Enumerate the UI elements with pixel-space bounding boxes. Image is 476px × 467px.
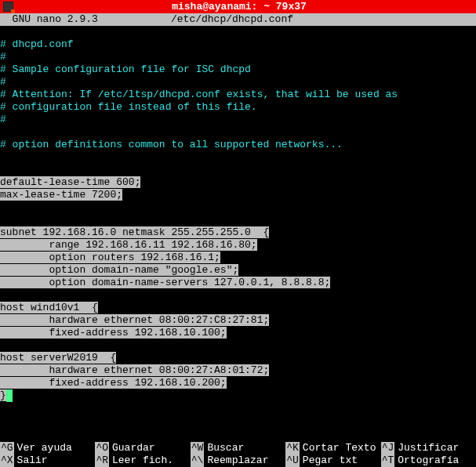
shortcut-item: ^GVer ayuda: [0, 442, 95, 454]
shortcut-item: ^OGuardar: [95, 442, 190, 454]
shortcut-key: ^X: [0, 454, 14, 467]
config-line: fixed-address 192.168.10.100;: [0, 327, 476, 339]
cursor-line: }: [0, 389, 476, 402]
shortcut-label: Ortografía: [394, 454, 459, 467]
config-line: host serverW2019 {: [0, 352, 476, 364]
shortcut-row-1: ^GVer ayuda^OGuardar^WBuscar^KCortar Tex…: [0, 442, 476, 454]
comment-line: # Attention: If /etc/ltsp/dhcpd.conf exi…: [0, 89, 476, 101]
shortcut-label: Salir: [14, 454, 48, 467]
shortcut-item: ^TOrtografía: [381, 454, 476, 467]
shortcut-item: ^JJustificar: [381, 442, 476, 454]
comment-line: # dhcpd.conf: [0, 38, 476, 51]
shortcut-item: ^KCortar Texto: [285, 442, 380, 454]
shortcut-row-2: ^XSalir^RLeer fich.^\Reemplazar^UPegar t…: [0, 454, 476, 467]
shortcut-label: Pegar txt: [300, 454, 358, 467]
comment-line: [0, 126, 476, 139]
shortcut-item: ^RLeer fich.: [95, 454, 190, 467]
terminal-area[interactable]: GNU nano 2.9.3/etc/dhcp/dhcpd.conf # dhc…: [0, 13, 476, 402]
comment-line: # option definitions common to all suppo…: [0, 139, 476, 151]
shortcut-key: ^\: [191, 454, 205, 467]
shortcut-item: ^UPegar txt: [285, 454, 380, 467]
comment-line: # configuration file instead of this fil…: [0, 101, 476, 114]
config-line: option domain-name "google.es";: [0, 264, 476, 277]
config-line: range 192.168.16.11 192.168.16.80;: [0, 239, 476, 252]
shortcut-key: ^U: [285, 454, 300, 467]
nano-file-path: /etc/dhcp/dhcpd.conf: [171, 13, 476, 26]
config-line: option routers 192.168.16.1;: [0, 252, 476, 264]
config-line: hardware ethernet 08:00:27:A8:01:72;: [0, 364, 476, 377]
nano-app-name: GNU nano 2.9.3: [0, 13, 171, 26]
comment-line: #: [0, 76, 476, 89]
config-line: fixed-address 192.168.10.200;: [0, 377, 476, 389]
shortcut-key: ^K: [285, 442, 300, 454]
window-titlebar: misha@ayanami: ~ 79x37: [0, 0, 476, 13]
config-content: default-lease-time 600;max-lease-time 72…: [0, 176, 476, 402]
shortcut-key: ^J: [381, 442, 395, 454]
shortcut-key: ^T: [381, 454, 395, 467]
shortcut-label: Leer fich.: [109, 454, 173, 467]
shortcut-label: Guardar: [109, 442, 155, 454]
shortcut-label: Justificar: [394, 442, 459, 454]
nano-statusbar: GNU nano 2.9.3/etc/dhcp/dhcpd.conf: [0, 13, 476, 26]
text-cursor: [6, 389, 13, 402]
shortcut-item: ^WBuscar: [191, 442, 285, 454]
config-line: max-lease-time 7200;: [0, 189, 476, 201]
config-line: option domain-name-servers 127.0.0.1, 8.…: [0, 277, 476, 289]
window-title: misha@ayanami: ~ 79x37: [18, 1, 476, 13]
comment-line: #: [0, 114, 476, 126]
shortcut-bar: ^GVer ayuda^OGuardar^WBuscar^KCortar Tex…: [0, 429, 476, 467]
comment-block: # dhcpd.conf## Sample configuration file…: [0, 38, 476, 151]
shortcut-label: Cortar Texto: [300, 442, 376, 454]
shortcut-key: ^O: [95, 442, 109, 454]
comment-line: #: [0, 51, 476, 63]
shortcut-key: ^W: [191, 442, 205, 454]
config-line: subnet 192.168.16.0 netmask 255.255.255.…: [0, 226, 476, 239]
shortcut-label: Buscar: [204, 442, 244, 454]
config-line: hardware ethernet 08:00:27:C8:27:81;: [0, 314, 476, 327]
shortcut-label: Reemplazar: [204, 454, 268, 467]
shortcut-label: Ver ayuda: [14, 442, 72, 454]
comment-line: # Sample configuration file for ISC dhcp…: [0, 63, 476, 76]
config-line: default-lease-time 600;: [0, 176, 476, 189]
shortcut-key: ^R: [95, 454, 109, 467]
shortcut-item: ^XSalir: [0, 454, 95, 467]
shortcut-key: ^G: [0, 442, 14, 454]
terminal-icon: [3, 2, 13, 12]
shortcut-item: ^\Reemplazar: [191, 454, 285, 467]
config-line: host wind10v1 {: [0, 302, 476, 314]
